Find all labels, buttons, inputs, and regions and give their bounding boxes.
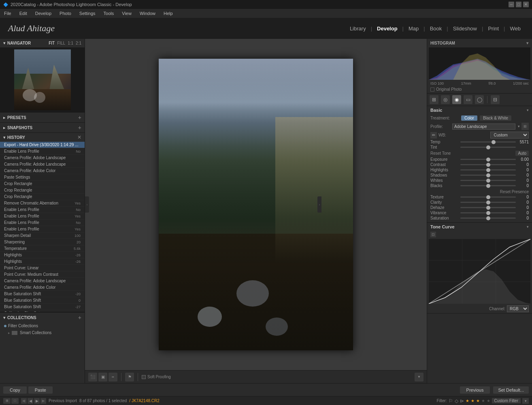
history-item[interactable]: Crop Rectangle xyxy=(0,194,85,200)
zoom-1-1[interactable]: 1:1 xyxy=(68,41,73,45)
saturation-slider-thumb[interactable] xyxy=(486,216,490,220)
minimize-button[interactable]: ─ xyxy=(509,2,514,7)
zoom-fit[interactable]: FIT xyxy=(49,41,55,45)
photo-area[interactable]: ‹ › xyxy=(85,39,427,370)
history-item[interactable]: Camera Profile: Adobe Landscape xyxy=(0,278,85,284)
history-item[interactable]: Export - Hard Drive (3/30/2020 1:14:29 .… xyxy=(0,142,85,148)
history-item[interactable]: Highlights-26 xyxy=(0,252,85,258)
history-item[interactable]: Blue Saturation Shift0 xyxy=(0,297,85,304)
dehaze-slider-track[interactable] xyxy=(460,207,516,208)
star-2[interactable]: ★ xyxy=(471,399,475,403)
history-header[interactable]: History ✕ xyxy=(0,133,85,142)
history-item[interactable]: Camera Profile: Adobe Color xyxy=(0,168,85,174)
profile-grid-button[interactable]: ⊞ xyxy=(521,123,529,130)
wb-eyedrop-tool[interactable]: ✏ xyxy=(430,132,437,139)
filmstrip-next-button[interactable]: ▶ xyxy=(34,398,40,404)
close-button[interactable]: ✕ xyxy=(523,2,529,7)
adjustment-brush-tool[interactable]: ⊟ xyxy=(491,95,500,104)
whites-slider-track[interactable] xyxy=(460,180,516,181)
snapshots-header[interactable]: Snapshots + xyxy=(0,123,85,132)
history-item[interactable]: Enable Lens ProfileNo xyxy=(0,220,85,226)
collection-smart-item[interactable]: ▸ Smart Collections xyxy=(0,329,85,336)
maximize-button[interactable]: □ xyxy=(516,2,521,7)
soft-proofing-checkbox[interactable] xyxy=(142,375,146,379)
radial-filter-tool[interactable]: ◯ xyxy=(475,95,484,104)
exposure-slider-track[interactable] xyxy=(460,159,516,160)
grid-view-button[interactable]: ⊞ xyxy=(3,398,11,404)
menu-develop[interactable]: Develop xyxy=(34,10,53,17)
temp-slider-track[interactable] xyxy=(460,141,516,143)
crop-tool[interactable]: ⊞ xyxy=(430,95,438,104)
graduated-filter-tool[interactable]: ▭ xyxy=(464,95,472,104)
filter-icon-1[interactable]: ⚐ xyxy=(449,398,453,404)
history-item[interactable]: Sharpening20 xyxy=(0,239,85,245)
contrast-slider-track[interactable] xyxy=(460,164,516,165)
history-item[interactable]: Camera Profile: Adobe Landscape xyxy=(0,161,85,168)
temp-slider-thumb[interactable] xyxy=(492,140,496,144)
filmstrip-prev-button[interactable]: ◀ xyxy=(28,398,33,404)
collections-header[interactable]: Collections + xyxy=(0,313,85,322)
history-item[interactable]: Enable Lens ProfileNo xyxy=(0,207,85,213)
clarity-slider-track[interactable] xyxy=(460,202,516,203)
texture-slider-thumb[interactable] xyxy=(486,195,490,199)
presets-header[interactable]: Presets + xyxy=(0,113,85,122)
history-item[interactable]: Camera Profile: Adobe Landscape xyxy=(0,155,85,161)
nav-slideshow[interactable]: Slideshow xyxy=(450,24,480,33)
custom-filter-button[interactable]: Custom Filter xyxy=(492,398,521,403)
history-item[interactable]: Sharpen Detail100 xyxy=(0,232,85,239)
original-photo-checkbox[interactable] xyxy=(430,87,434,92)
blacks-slider-track[interactable] xyxy=(460,185,516,186)
spot-removal-tool[interactable]: ◎ xyxy=(441,95,450,104)
basic-header[interactable]: Basic xyxy=(427,106,532,114)
dehaze-slider-thumb[interactable] xyxy=(486,206,490,210)
vibrance-slider-track[interactable] xyxy=(460,212,516,213)
history-item[interactable]: Enable Lens ProfileYes xyxy=(0,226,85,232)
history-item[interactable]: Camera Profile: Adobe Color xyxy=(0,284,85,291)
history-item[interactable]: Point Curve: Medium Contrast xyxy=(0,271,85,278)
menu-window[interactable]: Window xyxy=(138,10,157,17)
tone-curve-header[interactable]: Tone Curve xyxy=(427,223,532,231)
collection-filter-item[interactable]: Filter Collections xyxy=(0,322,85,329)
filter-icon-2[interactable]: ◇ xyxy=(455,398,458,404)
nav-develop[interactable]: Develop xyxy=(374,24,401,33)
flag-button[interactable]: ⚑ xyxy=(125,373,134,382)
left-panel-collapse[interactable]: ‹ xyxy=(85,196,89,213)
history-item[interactable]: Highlights-26 xyxy=(0,258,85,265)
right-panel-collapse[interactable]: › xyxy=(317,196,321,213)
contrast-slider-thumb[interactable] xyxy=(486,163,490,167)
filmstrip-fwd-button[interactable]: ⊳ xyxy=(40,398,46,404)
navigator-preview[interactable] xyxy=(0,47,85,112)
highlights-slider-thumb[interactable] xyxy=(486,168,490,172)
soft-proofing-toggle[interactable]: Soft Proofing xyxy=(142,375,171,379)
tone-curve-canvas[interactable] xyxy=(429,239,530,304)
nav-web[interactable]: Web xyxy=(507,24,524,33)
vibrance-slider-thumb[interactable] xyxy=(486,211,490,215)
history-item[interactable]: Crop Rectangle xyxy=(0,187,85,194)
star-4[interactable]: ★ xyxy=(481,399,485,403)
nav-map[interactable]: Map xyxy=(405,24,422,33)
texture-slider-track[interactable] xyxy=(460,196,516,198)
history-item[interactable]: Crop Rectangle xyxy=(0,181,85,187)
compare-view-button[interactable]: ▣ xyxy=(98,373,107,382)
history-item[interactable]: Calibration Blue Sat100 xyxy=(0,310,85,312)
zoom-fill[interactable]: FILL xyxy=(57,41,65,45)
history-item[interactable]: Blue Saturation Shift-27 xyxy=(0,304,85,310)
nav-library[interactable]: Library xyxy=(347,24,369,33)
paste-button[interactable]: Paste xyxy=(28,386,53,394)
history-item[interactable]: Temperature5.6k xyxy=(0,245,85,252)
exposure-slider-thumb[interactable] xyxy=(486,158,490,162)
loupe-view-button[interactable]: ⬛ xyxy=(88,373,97,382)
shadows-slider-track[interactable] xyxy=(460,175,516,176)
tone-curve-point-button[interactable]: ⊡ xyxy=(430,232,436,237)
nav-print[interactable]: Print xyxy=(485,24,502,33)
copy-button[interactable]: Copy xyxy=(3,386,27,394)
collections-add-button[interactable]: + xyxy=(78,314,81,321)
right-panel-scroll[interactable]: Basic Treatment: Color Black & White Pro… xyxy=(427,106,532,383)
history-item[interactable]: Blue Saturation Shift-20 xyxy=(0,291,85,297)
red-eye-tool[interactable]: ◉ xyxy=(452,95,461,104)
menu-edit[interactable]: Edit xyxy=(18,10,29,17)
history-clear-button[interactable]: ✕ xyxy=(77,134,81,140)
auto-tone-button[interactable]: Auto xyxy=(515,151,529,156)
color-button[interactable]: Color xyxy=(461,115,477,121)
zoom-2-1[interactable]: 2:1 xyxy=(76,41,81,45)
